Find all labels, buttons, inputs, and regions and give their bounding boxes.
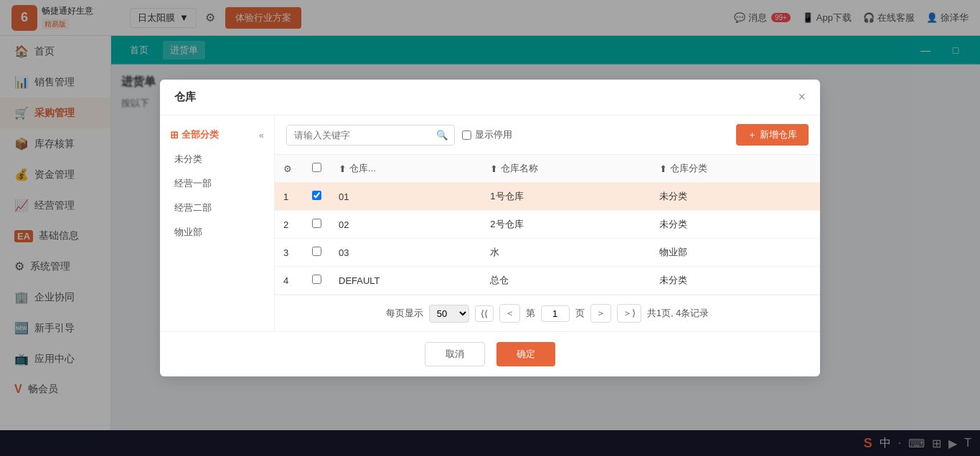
- row-checkbox[interactable]: [312, 191, 321, 200]
- table-row[interactable]: 1 01 1号仓库 未分类: [275, 183, 820, 211]
- select-all-checkbox[interactable]: [312, 163, 321, 172]
- modal-sidebar-item-property[interactable]: 物业部: [160, 220, 274, 244]
- table-row[interactable]: 4 DEFAULT 总仓 未分类: [275, 267, 820, 295]
- modal-sidebar-all-category[interactable]: ⊞ 全部分类 «: [160, 123, 274, 147]
- modal-sidebar-item-dept1[interactable]: 经营一部: [160, 171, 274, 196]
- modal-content-area: 🔍 显示停用 ＋ 新增仓库 ⚙: [275, 115, 820, 331]
- page-suffix: 页: [575, 307, 585, 320]
- cell-checkbox[interactable]: [303, 239, 330, 267]
- row-checkbox[interactable]: [312, 219, 321, 228]
- cell-num: 3: [275, 239, 303, 267]
- modal-close-btn[interactable]: ×: [798, 90, 806, 105]
- prev-page-btn[interactable]: ＜: [499, 304, 520, 323]
- cell-code: DEFAULT: [330, 267, 481, 295]
- cell-name: 2号仓库: [481, 211, 651, 239]
- warehouse-table-wrap: ⚙ ⬆ 仓库...: [275, 155, 820, 295]
- th-code: ⬆ 仓库...: [330, 155, 481, 183]
- cell-num: 1: [275, 183, 303, 211]
- modal-toolbar: 🔍 显示停用 ＋ 新增仓库: [275, 115, 820, 155]
- search-btn[interactable]: 🔍: [430, 125, 454, 145]
- cell-category: 未分类: [651, 211, 820, 239]
- table-row[interactable]: 2 02 2号仓库 未分类: [275, 211, 820, 239]
- row-checkbox[interactable]: [312, 247, 321, 256]
- page-label: 第: [526, 307, 535, 320]
- cell-name: 1号仓库: [481, 183, 651, 211]
- cell-num: 4: [275, 267, 303, 295]
- cell-checkbox[interactable]: [303, 211, 330, 239]
- modal-sidebar-item-unclassified[interactable]: 未分类: [160, 147, 274, 171]
- modal-header: 仓库 ×: [160, 80, 820, 115]
- th-settings: ⚙: [275, 155, 303, 183]
- next-page-btn[interactable]: ＞: [590, 304, 611, 323]
- cell-num: 2: [275, 211, 303, 239]
- search-input[interactable]: [287, 125, 430, 145]
- modal-title: 仓库: [174, 90, 196, 104]
- modal-body: ⊞ 全部分类 « 未分类 经营一部 经营二部 物业部 🔍: [160, 115, 820, 331]
- confirm-btn[interactable]: 确定: [496, 342, 555, 366]
- page-input[interactable]: [541, 305, 570, 322]
- cell-category: 未分类: [651, 267, 820, 295]
- modal-overlay: 仓库 × ⊞ 全部分类 « 未分类 经营一部 经营二部 物业部: [0, 0, 980, 456]
- cell-name: 水: [481, 239, 651, 267]
- cell-code: 02: [330, 211, 481, 239]
- all-category-label: 全部分类: [182, 128, 219, 141]
- cell-checkbox[interactable]: [303, 183, 330, 211]
- row-checkbox[interactable]: [312, 275, 321, 284]
- cell-code: 01: [330, 183, 481, 211]
- warehouse-modal: 仓库 × ⊞ 全部分类 « 未分类 经营一部 经营二部 物业部: [160, 80, 820, 376]
- modal-actions: 取消 确定: [160, 331, 820, 376]
- cell-code: 03: [330, 239, 481, 267]
- search-input-wrap: 🔍: [286, 125, 455, 146]
- first-page-btn[interactable]: ⟨⟨: [475, 305, 494, 322]
- pagination: 每页显示 50 10 20 100 ⟨⟨ ＜ 第 页 ＞ ＞⟩ 共1页, 4条记…: [275, 295, 820, 331]
- table-row[interactable]: 3 03 水 物业部: [275, 239, 820, 267]
- collapse-sidebar-icon[interactable]: «: [259, 130, 264, 141]
- cell-name: 总仓: [481, 267, 651, 295]
- cancel-btn[interactable]: 取消: [425, 342, 485, 366]
- modal-sidebar: ⊞ 全部分类 « 未分类 经营一部 经营二部 物业部: [160, 115, 275, 331]
- cell-category: 物业部: [651, 239, 820, 267]
- cell-category: 未分类: [651, 183, 820, 211]
- th-name: ⬆ 仓库名称: [481, 155, 651, 183]
- th-category: ⬆ 仓库分类: [651, 155, 820, 183]
- show-disabled-checkbox[interactable]: [462, 130, 471, 140]
- modal-sidebar-item-dept2[interactable]: 经营二部: [160, 196, 274, 220]
- per-page-label: 每页显示: [386, 307, 423, 320]
- th-checkbox: [303, 155, 330, 183]
- grid-icon: ⊞: [170, 129, 179, 141]
- total-info: 共1页, 4条记录: [647, 307, 710, 320]
- warehouse-table: ⚙ ⬆ 仓库...: [275, 155, 820, 295]
- add-warehouse-btn[interactable]: ＋ 新增仓库: [736, 124, 809, 146]
- cell-checkbox[interactable]: [303, 267, 330, 295]
- last-page-btn[interactable]: ＞⟩: [617, 304, 641, 323]
- show-disabled-label[interactable]: 显示停用: [462, 128, 512, 141]
- per-page-select[interactable]: 50 10 20 100: [429, 305, 469, 323]
